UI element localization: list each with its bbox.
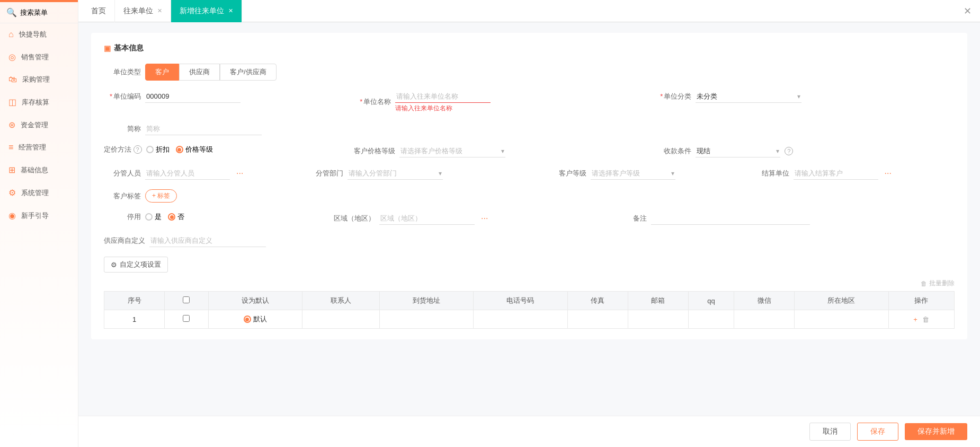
tab-home[interactable]: 首页: [83, 0, 115, 22]
row-index: 1: [104, 310, 165, 329]
disabled-group: 停用 是 否: [104, 212, 334, 222]
save-button[interactable]: 保存: [857, 423, 898, 441]
department-group: 分管部门 ▾: [306, 167, 549, 180]
level-radio-circle: [176, 146, 183, 153]
remark-input[interactable]: [651, 212, 810, 225]
main-area: 首页 往来单位 ✕ 新增往来单位 ✕ ✕ ▣ 基本信息 单位类型 客户: [78, 0, 980, 447]
sidebar: 🔍 搜索菜单 ⌂ 快捷导航 ◎ 销售管理 🛍 采购管理 ◫ 库存核算 ⊛ 资金管…: [0, 0, 78, 447]
delete-row-btn[interactable]: 🗑: [922, 315, 929, 323]
row-fax: [567, 310, 628, 329]
search-menu[interactable]: 🔍 搜索菜单: [0, 2, 78, 23]
short-name-input[interactable]: [145, 122, 262, 135]
sidebar-item-operations[interactable]: ≡ 经营管理: [0, 136, 78, 159]
row-address: [379, 310, 473, 329]
pricing-radio-discount[interactable]: 折扣: [146, 145, 170, 154]
sidebar-item-quick-nav[interactable]: ⌂ 快捷导航: [0, 23, 78, 46]
contacts-table: 序号 设为默认 联系人 到货地址 电话号码 传真 邮箱 qq 微信 所在地区: [104, 291, 955, 329]
sidebar-item-sales[interactable]: ◎ 销售管理: [0, 46, 78, 68]
form-footer: 取消 保存 保存并新增: [78, 416, 980, 447]
payment-help-icon[interactable]: ?: [785, 147, 793, 155]
sidebar-item-label: 库存核算: [22, 98, 49, 107]
custom-settings-label: 自定义项设置: [120, 260, 161, 269]
sidebar-item-finance[interactable]: ⊛ 资金管理: [0, 113, 78, 136]
batch-delete-label: 批量删除: [929, 279, 955, 288]
table-row: 1 默认: [104, 310, 955, 329]
manager-more-btn[interactable]: ···: [234, 169, 245, 178]
settlement-more-btn[interactable]: ···: [883, 169, 894, 178]
unit-code-input[interactable]: [145, 90, 240, 103]
sidebar-item-label: 系统管理: [21, 188, 49, 198]
price-level-wrapper: ▾: [399, 145, 505, 157]
price-level-input[interactable]: [399, 145, 505, 157]
select-all-checkbox[interactable]: [183, 296, 190, 303]
unit-name-label: *单位名称: [354, 97, 391, 107]
unit-name-input[interactable]: [395, 90, 491, 103]
sidebar-item-label: 销售管理: [21, 52, 49, 62]
settlement-label: 结算单位: [752, 169, 789, 178]
default-radio[interactable]: 默认: [214, 314, 297, 324]
price-level-group: 客户价格等级 ▾: [354, 145, 654, 157]
purchase-icon: 🛍: [8, 75, 17, 84]
sidebar-item-basic-info[interactable]: ⊞ 基础信息: [0, 159, 78, 181]
add-tag-button[interactable]: + 标签: [145, 189, 177, 203]
tab-bar: 首页 往来单位 ✕ 新增往来单位 ✕ ✕: [78, 0, 980, 22]
manager-row: 分管人员 ··· 分管部门 ▾ 客户等级 ▾: [104, 167, 955, 180]
section-title-text: 基本信息: [114, 43, 144, 53]
pricing-method-group: 定价方法 ? 折扣 价格等级: [104, 145, 354, 154]
customer-level-input[interactable]: [591, 167, 675, 180]
sidebar-item-system[interactable]: ⚙ 系统管理: [0, 181, 78, 204]
row-checkbox[interactable]: [183, 315, 190, 322]
page-content: ▣ 基本信息 单位类型 客户 供应商 客户/供应商 *单位编码: [78, 22, 980, 416]
sidebar-item-guide[interactable]: ◉ 新手引导: [0, 204, 78, 227]
unit-category-label: *单位分类: [654, 92, 691, 101]
unit-category-group: *单位分类 ▾: [654, 90, 955, 103]
unit-category-input[interactable]: [696, 90, 801, 103]
row-contact: [302, 310, 380, 329]
supplier-custom-input[interactable]: [149, 234, 266, 247]
custom-settings-button[interactable]: ⚙ 自定义项设置: [104, 257, 168, 273]
default-label: 默认: [253, 314, 267, 324]
save-and-new-button[interactable]: 保存并新增: [905, 423, 967, 440]
row-qq: [688, 310, 734, 329]
tags-group: 客户标签 + 标签: [104, 189, 955, 203]
col-default: 设为默认: [208, 292, 302, 310]
unit-type-row: 单位类型 客户 供应商 客户/供应商: [104, 64, 955, 81]
unit-btn-supplier[interactable]: 供应商: [179, 64, 220, 81]
unit-btn-customer[interactable]: 客户: [145, 64, 179, 81]
department-input[interactable]: [348, 167, 443, 180]
settlement-input[interactable]: [794, 167, 878, 180]
yes-label: 是: [155, 212, 162, 222]
unit-name-error: 请输入往来单位名称: [395, 104, 491, 113]
manager-label: 分管人员: [104, 169, 141, 178]
cancel-button[interactable]: 取消: [809, 423, 851, 441]
pricing-radio-level[interactable]: 价格等级: [176, 145, 213, 154]
col-fax: 传真: [567, 292, 628, 310]
department-wrapper: ▾: [348, 167, 443, 180]
region-group: 区域（地区） ···: [334, 212, 610, 225]
tab-partners-close[interactable]: ✕: [157, 7, 162, 14]
tab-partners[interactable]: 往来单位 ✕: [115, 0, 171, 22]
close-all-tabs[interactable]: ✕: [959, 5, 976, 17]
tab-new-partner[interactable]: 新增往来单位 ✕: [171, 0, 242, 22]
row-phone: [474, 310, 567, 329]
table-header-row: 序号 设为默认 联系人 到货地址 电话号码 传真 邮箱 qq 微信 所在地区: [104, 292, 955, 310]
manager-input[interactable]: [145, 167, 230, 180]
disabled-no-radio[interactable]: 否: [168, 212, 184, 222]
sidebar-item-inventory[interactable]: ◫ 库存核算: [0, 91, 78, 113]
region-input[interactable]: [379, 212, 475, 225]
sidebar-item-label: 基础信息: [21, 165, 48, 175]
sidebar-item-purchase[interactable]: 🛍 采购管理: [0, 68, 78, 91]
add-row-btn[interactable]: +: [913, 315, 917, 323]
tab-new-partner-close[interactable]: ✕: [228, 7, 233, 14]
no-radio-circle: [168, 213, 175, 221]
tab-partners-label: 往来单位: [123, 6, 153, 16]
region-label: 区域（地区）: [334, 214, 375, 223]
payment-terms-input[interactable]: [696, 145, 780, 157]
row-email: [628, 310, 688, 329]
disabled-yes-radio[interactable]: 是: [145, 212, 162, 222]
pricing-help-icon[interactable]: ?: [133, 145, 142, 154]
region-more-btn[interactable]: ···: [479, 214, 490, 223]
unit-btn-both[interactable]: 客户/供应商: [220, 64, 277, 81]
disabled-radio-group: 是 否: [145, 212, 184, 222]
sidebar-item-label: 新手引导: [21, 211, 49, 221]
